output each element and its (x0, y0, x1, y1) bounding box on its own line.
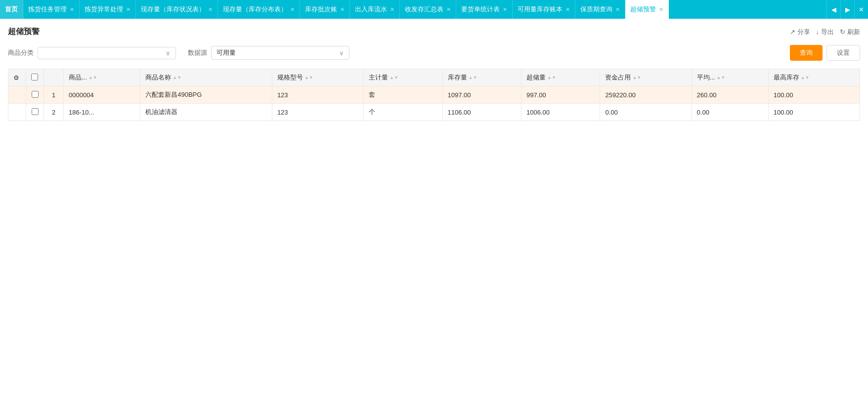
th-product-name[interactable]: 商品名称 ▲▼ (140, 69, 272, 86)
nav-available-account-close[interactable]: ✕ (565, 6, 570, 13)
product-code-sort[interactable]: 商品... ▲▼ (69, 73, 97, 82)
row-checkbox[interactable] (32, 91, 39, 98)
nav-recv-summary-close[interactable]: ✕ (446, 6, 451, 13)
nav-task-management[interactable]: 拣货任务管理 ✕ (23, 0, 80, 19)
product-name-cell: 六配套新昌490BPG (140, 86, 272, 104)
sort-icon7: ▲▼ (632, 75, 641, 80)
table-header-row: ⚙ 商品... ▲▼ 商品名称 ▲▼ (8, 69, 860, 86)
sort-icon8: ▲▼ (716, 75, 725, 80)
max-stock-sort[interactable]: 最高库存 ▲▼ (774, 73, 810, 82)
nav-expiry-query-close[interactable]: ✕ (615, 6, 620, 13)
sort-icon3: ▲▼ (304, 75, 313, 80)
product-code-cell: 0000004 (64, 86, 140, 104)
product-category-filter: 商品分类 ∨ (8, 47, 176, 59)
sort-icon6: ▲▼ (547, 75, 556, 80)
over-stock-cell: 1006.00 (521, 104, 600, 121)
max-stock-cell: 100.00 (768, 86, 860, 104)
th-avg[interactable]: 平均... ▲▼ (692, 69, 768, 86)
select-all-checkbox[interactable] (31, 74, 38, 80)
export-button[interactable]: ↓ 导出 (816, 28, 834, 37)
th-spec[interactable]: 规格型号 ▲▼ (272, 69, 363, 86)
nav-available-account[interactable]: 可用量库存账本 ✕ (513, 0, 575, 19)
filter-actions: 查询 设置 (790, 45, 860, 61)
sort-icon2: ▲▼ (173, 75, 181, 80)
nav-overstock-warning-close[interactable]: ✕ (659, 6, 663, 13)
spec-sort[interactable]: 规格型号 ▲▼ (277, 73, 313, 82)
nav-task-management-label: 拣货任务管理 (28, 5, 67, 14)
nav-stock-status[interactable]: 现存量（库存状况表） ✕ (136, 0, 218, 19)
nav-exception-label: 拣货异常处理 (85, 5, 123, 14)
nav-home[interactable]: 首页 (0, 0, 23, 19)
product-name-sort[interactable]: 商品名称 ▲▼ (145, 73, 181, 82)
filter-row: 商品分类 ∨ 数据源 可用量 ∨ 查询 设置 (8, 45, 860, 61)
product-category-select[interactable]: ∨ (38, 47, 176, 59)
export-icon: ↓ (816, 28, 820, 36)
row-checkbox[interactable] (32, 108, 39, 115)
nav-recv-summary-label: 收发存汇总表 (405, 5, 443, 14)
refresh-icon: ↻ (840, 28, 845, 36)
nav-batch-account[interactable]: 库存批次账 ✕ (300, 0, 350, 19)
share-label: 分享 (797, 28, 810, 37)
product-category-chevron-icon: ∨ (166, 49, 171, 57)
nav-overstock-warning[interactable]: 超储预警 ✕ (625, 0, 669, 19)
nav-order-stats-label: 要货单统计表 (461, 5, 500, 14)
nav-recv-summary[interactable]: 收发存汇总表 ✕ (400, 0, 456, 19)
capital-sort[interactable]: 资金占用 ▲▼ (605, 73, 641, 82)
th-product-code[interactable]: 商品... ▲▼ (64, 69, 140, 86)
nav-exception-close[interactable]: ✕ (126, 6, 130, 13)
stock-sort[interactable]: 库存量 ▲▼ (448, 73, 477, 82)
nav-inout-flow[interactable]: 出入库流水 ✕ (350, 0, 400, 19)
nav-inout-flow-close[interactable]: ✕ (390, 6, 394, 13)
data-source-label: 数据源 (188, 48, 207, 57)
nav-expiry-query[interactable]: 保质期查询 ✕ (575, 0, 625, 19)
nav-exception[interactable]: 拣货异常处理 ✕ (80, 0, 136, 19)
nav-stock-distribution-label: 现存量（库存分布表） (223, 5, 287, 14)
nav-batch-account-label: 库存批次账 (305, 5, 337, 14)
nav-batch-account-close[interactable]: ✕ (340, 6, 345, 13)
gear-icon[interactable]: ⚙ (13, 74, 19, 81)
unit-cell: 个 (364, 104, 442, 121)
th-capital[interactable]: 资金占用 ▲▼ (600, 69, 692, 86)
data-source-select[interactable]: 可用量 ∨ (211, 46, 349, 60)
nav-order-stats-close[interactable]: ✕ (503, 6, 507, 13)
over-stock-sort[interactable]: 超储量 ▲▼ (526, 73, 556, 82)
nav-stock-status-label: 现存量（库存状况表） (141, 5, 205, 14)
th-stock[interactable]: 库存量 ▲▼ (442, 69, 521, 86)
capital-cell: 259220.00 (600, 86, 692, 104)
query-button[interactable]: 查询 (790, 45, 823, 61)
nav-task-management-close[interactable]: ✕ (70, 6, 74, 13)
unit-sort[interactable]: 主计量 ▲▼ (369, 73, 398, 82)
share-button[interactable]: ↗ 分享 (790, 28, 810, 37)
nav-prev-arrow[interactable]: ◀ (826, 0, 840, 19)
data-source-value: 可用量 (217, 48, 236, 57)
stock-cell: 1097.00 (442, 86, 521, 104)
nav-order-stats[interactable]: 要货单统计表 ✕ (456, 0, 513, 19)
nav-stock-distribution-close[interactable]: ✕ (290, 6, 295, 13)
sort-icon4: ▲▼ (390, 75, 398, 80)
nav-stock-status-close[interactable]: ✕ (208, 6, 213, 13)
spec-cell: 123 (272, 104, 363, 121)
nav-stock-distribution[interactable]: 现存量（库存分布表） ✕ (218, 0, 300, 19)
refresh-button[interactable]: ↻ 刷新 (840, 28, 860, 37)
checkbox-column-header (26, 69, 44, 86)
data-table: ⚙ 商品... ▲▼ 商品名称 ▲▼ (8, 69, 860, 121)
refresh-label: 刷新 (847, 28, 860, 37)
avg-cell: 260.00 (692, 86, 768, 104)
page-content: 超储预警 ↗ 分享 ↓ 导出 ↻ 刷新 商品分类 ∨ 数据源 (0, 19, 868, 395)
th-unit[interactable]: 主计量 ▲▼ (364, 69, 442, 86)
nav-arrows: ◀ ▶ ✕ (826, 0, 868, 19)
nav-overstock-warning-label: 超储预警 (630, 5, 656, 14)
nav-close-arrow[interactable]: ✕ (854, 0, 868, 19)
th-max-stock[interactable]: 最高库存 ▲▼ (768, 69, 860, 86)
avg-sort[interactable]: 平均... ▲▼ (697, 73, 726, 82)
page-header: 超储预警 ↗ 分享 ↓ 导出 ↻ 刷新 (8, 27, 860, 37)
product-name-cell: 机油滤清器 (140, 104, 272, 121)
gear-column-header: ⚙ (8, 69, 26, 86)
nav-next-arrow[interactable]: ▶ (840, 0, 854, 19)
table-row: 2186-10...机油滤清器123个1106.001006.000.000.0… (8, 104, 860, 121)
settings-button[interactable]: 设置 (826, 45, 860, 61)
top-nav: 首页 拣货任务管理 ✕ 拣货异常处理 ✕ 现存量（库存状况表） ✕ 现存量（库存… (0, 0, 868, 19)
th-over-stock[interactable]: 超储量 ▲▼ (521, 69, 600, 86)
product-category-label: 商品分类 (8, 48, 34, 57)
max-stock-cell: 100.00 (768, 104, 860, 121)
